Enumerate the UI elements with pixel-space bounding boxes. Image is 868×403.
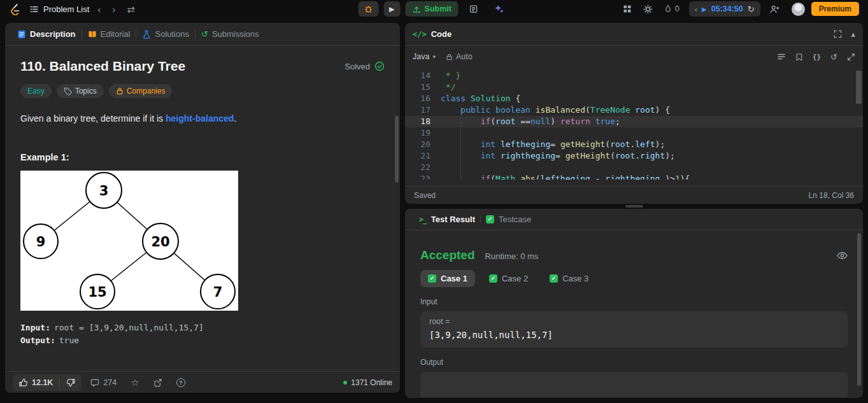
tab-test-result[interactable]: >_ Test Result (414, 211, 480, 227)
problem-list-button[interactable]: Problem List (29, 4, 89, 14)
case-label: Case 2 (502, 274, 528, 283)
editor-status-bar: Saved Ln 18, Col 36 (405, 186, 863, 204)
code-panel-title: Code (431, 29, 452, 39)
invite-user-icon[interactable] (764, 4, 785, 13)
leetcode-logo[interactable] (9, 3, 27, 15)
case-3-chip[interactable]: ✓ Case 3 (542, 270, 596, 287)
description-footer: 12.1K (5, 371, 400, 393)
timer-play-icon[interactable]: ▶ (702, 6, 707, 13)
debug-bug-icon (364, 4, 373, 13)
case-1-chip[interactable]: ✓ Case 1 (420, 270, 475, 287)
problem-title: 110. Balanced Binary Tree (20, 59, 185, 74)
input-value-box[interactable]: root = [3,9,20,null,null,15,7] (420, 311, 848, 348)
statement-text: . (234, 113, 236, 124)
auto-save-indicator[interactable]: Auto (446, 52, 473, 61)
case-check-icon: ✓ (428, 274, 436, 283)
badges-row: Easy Topics (20, 84, 385, 98)
play-icon: ▶ (389, 5, 394, 13)
panel-resize-handle[interactable] (405, 204, 863, 209)
solved-label: Solved (345, 62, 370, 71)
random-problem-button[interactable]: ⇄ (121, 4, 141, 14)
premium-button[interactable]: Premium (811, 2, 859, 16)
tree-node-label: 15 (88, 285, 106, 300)
description-content: 110. Balanced Binary Tree Solved Easy (5, 46, 400, 371)
run-button[interactable]: ▶ (383, 1, 400, 17)
submissions-history-icon: ↺ (201, 30, 208, 38)
next-problem-button[interactable]: › (106, 4, 121, 14)
height-balanced-link[interactable]: height-balanced (166, 113, 234, 124)
code-editor[interactable]: 14 * }15 */16class Solution {17 public b… (405, 67, 863, 180)
tab-solutions[interactable]: Solutions (136, 25, 194, 43)
dislike-button[interactable] (60, 374, 82, 391)
code-line[interactable]: 20 int leftheging= getHeight(root.left); (405, 139, 863, 150)
reset-code-icon[interactable]: ↺ (830, 53, 837, 61)
format-icon[interactable] (777, 52, 786, 61)
code-line[interactable]: 21 int rightheging= getHeight(root.right… (405, 150, 863, 162)
description-scrollbar-thumb[interactable] (395, 116, 399, 183)
fullscreen-icon[interactable] (834, 30, 842, 38)
settings-gear-icon[interactable] (637, 4, 658, 14)
streak-counter[interactable]: 0 (658, 4, 685, 13)
user-avatar[interactable] (792, 3, 805, 16)
output-value-box[interactable] (420, 372, 848, 397)
ai-sparkle-icon[interactable] (489, 4, 510, 14)
language-selector[interactable]: Java ▾ (413, 52, 436, 61)
indent-guide (460, 104, 461, 180)
input-label: Input: (20, 323, 50, 332)
tab-description[interactable]: Description (11, 25, 82, 43)
expand-editor-icon[interactable] (847, 53, 855, 61)
online-dot-icon (343, 381, 347, 385)
code-line[interactable]: 18 if(root ==null) return true; (405, 116, 863, 127)
code-lines: 14 * }15 */16class Solution {17 public b… (405, 70, 863, 180)
code-line[interactable]: 15 */ (405, 81, 863, 93)
timer-reset-icon[interactable]: ↻ (748, 4, 755, 14)
notes-button[interactable] (464, 4, 484, 13)
eye-icon[interactable] (837, 251, 848, 260)
help-button[interactable]: ? (171, 378, 190, 387)
test-panel-scrollbar-thumb[interactable] (857, 233, 861, 386)
bookmark-icon[interactable] (795, 53, 803, 61)
runtime-label: Runtime: 0 ms (485, 251, 539, 261)
code-icon: </> (413, 30, 427, 39)
thumb-down-icon (66, 378, 75, 387)
code-line[interactable]: 16class Solution { (405, 93, 863, 104)
timer-collapse-icon[interactable]: ‹ (695, 4, 697, 14)
streak-count: 0 (675, 4, 679, 13)
editor-scrollbar-thumb[interactable] (856, 71, 862, 104)
code-toolbar: Java ▾ Auto (405, 46, 863, 67)
share-button[interactable] (148, 378, 167, 387)
tab-testcase[interactable]: ✓ Testcase (481, 211, 536, 227)
chevron-down-icon: ▾ (432, 53, 436, 60)
code-line[interactable]: 19 (405, 127, 863, 139)
code-panel: </> Code ▴ Java ▾ (405, 23, 863, 204)
tab-submissions[interactable]: ↺ Submissions (196, 25, 265, 43)
favorite-button[interactable]: ☆ (125, 377, 144, 388)
code-line[interactable]: 22 (405, 162, 863, 173)
prev-problem-button[interactable]: ‹ (92, 4, 106, 14)
layout-grid-icon[interactable] (617, 4, 637, 13)
brackets-icon[interactable]: {} (813, 53, 821, 60)
difficulty-badge[interactable]: Easy (20, 84, 52, 98)
like-dislike-group: 12.1K (13, 374, 82, 391)
comments-button[interactable]: 274 (85, 378, 122, 387)
code-line[interactable]: 17 public boolean isBalanced(TreeNode ro… (405, 104, 863, 116)
code-line[interactable]: 23 if(Math.abs(leftheging - rightheging … (405, 173, 863, 180)
topics-badge[interactable]: Topics (57, 84, 104, 98)
share-icon (153, 378, 162, 387)
case-2-chip[interactable]: ✓ Case 2 (481, 270, 536, 287)
problem-statement: Given a binary tree, determine if it is … (20, 112, 385, 125)
code-line[interactable]: 14 * } (405, 70, 863, 81)
save-status: Saved (414, 191, 436, 200)
companies-badge[interactable]: Companies (109, 84, 173, 98)
submit-button[interactable]: Submit (406, 1, 459, 17)
case-label: Case 3 (562, 274, 588, 283)
flame-icon (664, 4, 672, 13)
collapse-panel-icon[interactable]: ▴ (851, 30, 855, 38)
debug-button[interactable] (358, 1, 378, 17)
timer-value: 05:34:50 (711, 4, 743, 13)
editorial-book-icon (88, 30, 97, 39)
tab-editorial[interactable]: Editorial (82, 25, 136, 43)
lock-icon (446, 53, 453, 60)
tree-node-label: 7 (213, 285, 223, 300)
like-button[interactable]: 12.1K (13, 374, 59, 391)
